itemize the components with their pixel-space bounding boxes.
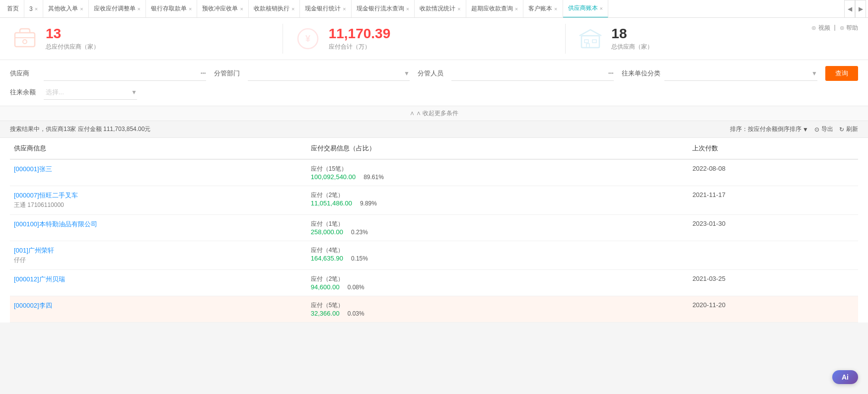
person-dots-icon[interactable]: •••	[608, 70, 614, 76]
stats-header: 13 总应付供应商（家） ¥ 11,170.39 应付合计（万）	[0, 18, 868, 60]
nav-tab-other-income[interactable]: 其他收入单 ×	[43, 0, 88, 18]
nav-tab-3[interactable]: 3 ×	[24, 0, 43, 18]
help-icon: ⊙	[840, 24, 845, 31]
sort-control[interactable]: 排序：按应付余额倒序排序 ▼	[730, 125, 808, 133]
nav-tab-cash-stat[interactable]: 现金银行统计 ×	[300, 0, 351, 18]
balance-input[interactable]	[44, 85, 131, 100]
video-icon: ⊙	[811, 24, 816, 31]
dept-label: 分管部门	[214, 69, 244, 78]
bank-label: 银行存取款单	[151, 4, 187, 13]
table-row: [001]广州荣轩仔仔应付（4笔）164,635.900.15%	[10, 241, 858, 270]
amount-value-1: 11,051,486.00	[311, 199, 352, 207]
person-input[interactable]	[451, 66, 608, 81]
refresh-button[interactable]: ↻ 刷新	[839, 125, 858, 133]
close-icon-receipt[interactable]: ×	[291, 6, 294, 12]
svg-rect-7	[592, 40, 596, 43]
close-icon-supplier-ledger[interactable]: ×	[600, 5, 603, 11]
nav-left-arrow[interactable]: ◀	[844, 0, 855, 18]
tab-3-label: 3	[29, 5, 33, 12]
supplier-link-4[interactable]: [000012]广州贝瑞	[14, 275, 65, 283]
supplier-link-5[interactable]: [000002]李四	[14, 302, 52, 309]
nav-tab-customer-ledger[interactable]: 客户账本 ×	[523, 0, 563, 18]
supplier-link-3[interactable]: [001]广州荣轩	[14, 247, 54, 254]
date-cell-1: 2021-11-17	[688, 186, 858, 215]
nav-tab-overdue[interactable]: 超期应收款查询 ×	[466, 0, 523, 18]
divider: |	[834, 24, 836, 32]
supplier-link-1[interactable]: [000007]恒旺二手叉车	[14, 192, 78, 199]
transaction-cell-3: 应付（4笔）164,635.900.15%	[307, 241, 689, 270]
transaction-cell-2: 应付（1笔）258,000.000.23%	[307, 215, 689, 241]
amount-value-4: 94,600.00	[311, 283, 340, 291]
home-tab-label: 首页	[7, 4, 19, 13]
close-icon-cash-flow[interactable]: ×	[406, 6, 409, 12]
amount-pct-0: 89.61%	[363, 174, 384, 181]
top-navigation: 首页 3 × 其他收入单 × 应收应付调整单 × 银行存取款单 × 预收冲应收单…	[0, 0, 868, 18]
transaction-cell-1: 应付（2笔）11,051,486.009.89%	[307, 186, 689, 215]
amount-label-2: 应付（1笔）	[311, 220, 685, 228]
balance-chevron-icon[interactable]: ▼	[131, 89, 137, 96]
filter-row-2: 往来余额 ▼	[10, 85, 858, 100]
supplier-input[interactable]	[44, 66, 201, 81]
supplier-link-0[interactable]: [000001]张三	[14, 165, 52, 173]
dept-input[interactable]	[248, 66, 404, 81]
category-chevron-icon[interactable]: ▼	[811, 70, 817, 77]
person-input-wrapper: •••	[451, 66, 614, 81]
dept-chevron-icon[interactable]: ▼	[404, 70, 410, 77]
amount-pct-3: 0.15%	[351, 255, 368, 262]
balance-filter: 往来余额 ▼	[10, 85, 119, 100]
nav-tab-adjustment[interactable]: 应收应付调整单 ×	[89, 0, 146, 18]
close-icon-overdue[interactable]: ×	[515, 6, 518, 12]
amount-pct-5: 0.03%	[348, 310, 364, 317]
category-input[interactable]	[664, 66, 812, 81]
amount-value-5: 32,366.00	[311, 310, 340, 317]
balance-label: 往来余额	[10, 88, 40, 97]
supplier-cell-3: [001]广州荣轩仔仔	[10, 241, 307, 270]
balance-select-wrapper: ▼	[44, 85, 137, 100]
table-row: [000012]广州贝瑞应付（2笔）94,600.000.08%2021-03-…	[10, 270, 858, 296]
nav-tab-prepay[interactable]: 预收冲应收单 ×	[197, 0, 248, 18]
nav-tab-receipt[interactable]: 收款核销执行 ×	[249, 0, 300, 18]
video-link[interactable]: ⊙ 视频	[811, 24, 830, 32]
header-help: ⊙ 视频 | ⊙ 帮助	[811, 24, 858, 32]
nav-right-arrow[interactable]: ▶	[855, 0, 866, 18]
results-summary: 搜索结果中，供应商13家 应付金额 111,703,854.00元	[10, 125, 150, 133]
supplier-dots-icon[interactable]: •••	[201, 70, 206, 76]
category-select-wrapper: ▼	[664, 66, 818, 81]
supplier-label: 供应商	[10, 69, 40, 78]
supplier-filter: 供应商 •••	[10, 66, 206, 81]
collapse-bar[interactable]: ∧ ∧ 收起更多条件	[0, 106, 868, 121]
nav-tab-cash-flow[interactable]: 现金银行流水查询 ×	[352, 0, 415, 18]
query-button[interactable]: 查询	[825, 66, 858, 81]
close-icon-other-income[interactable]: ×	[80, 6, 83, 12]
close-icon-3[interactable]: ×	[35, 6, 38, 12]
supplier-link-2[interactable]: [000100]本特勤油品有限公司	[14, 220, 97, 228]
export-button[interactable]: ⊙ 导出	[814, 125, 833, 133]
close-icon-prepay[interactable]: ×	[240, 6, 243, 12]
nav-tab-supplier-ledger[interactable]: 供应商账本 ×	[563, 0, 608, 18]
amount-pct-4: 0.08%	[348, 284, 364, 291]
amount-value-0: 100,092,540.00	[311, 173, 356, 181]
col-header-supplier: 供应商信息	[10, 138, 307, 159]
svg-point-2	[23, 40, 27, 44]
table-header-row: 供应商信息 应付交易信息（占比） 上次付数	[10, 138, 858, 159]
amount-row-2: 258,000.000.23%	[311, 228, 685, 236]
amount-label-0: 应付（15笔）	[311, 165, 685, 173]
nav-tab-collection-stat[interactable]: 收款情况统计 ×	[415, 0, 466, 18]
close-icon-cash-stat[interactable]: ×	[343, 6, 346, 12]
payable-suppliers-label: 总应付供应商（家）	[46, 43, 99, 51]
other-income-label: 其他收入单	[48, 4, 78, 13]
payable-amount-value: 11,170.39	[329, 27, 391, 41]
close-icon-collection-stat[interactable]: ×	[457, 6, 460, 12]
results-bar: 搜索结果中，供应商13家 应付金额 111,703,854.00元 排序：按应付…	[0, 121, 868, 138]
nav-tab-home[interactable]: 首页	[2, 0, 24, 18]
payable-suppliers-block: 13 总应付供应商（家）	[10, 24, 283, 54]
close-icon-bank[interactable]: ×	[189, 6, 192, 12]
close-icon-adjustment[interactable]: ×	[138, 6, 141, 12]
payable-amount-label: 应付合计（万）	[329, 43, 391, 51]
date-value-5: 2020-11-20	[692, 301, 725, 309]
help-link[interactable]: ⊙ 帮助	[840, 24, 858, 32]
close-icon-customer-ledger[interactable]: ×	[554, 6, 557, 12]
supplier-ledger-label: 供应商账本	[568, 4, 598, 12]
date-cell-4: 2021-03-25	[688, 270, 858, 296]
nav-tab-bank[interactable]: 银行存取款单 ×	[146, 0, 197, 18]
